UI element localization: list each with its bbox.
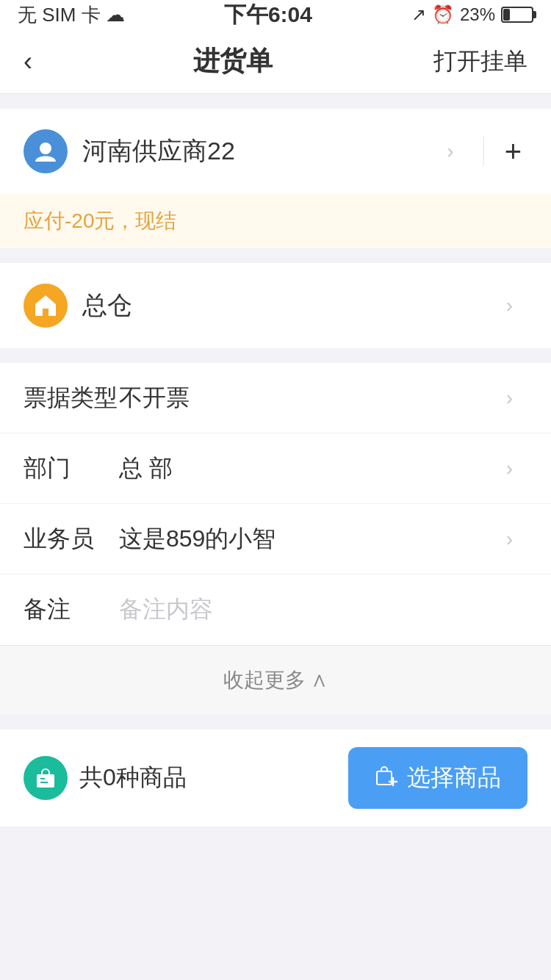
svg-point-0 — [40, 143, 51, 154]
warehouse-chevron-icon: › — [506, 294, 513, 317]
sim-label: 无 SIM 卡 ☁ — [18, 2, 125, 28]
supplier-avatar — [24, 129, 68, 173]
add-supplier-button[interactable]: + — [499, 135, 527, 168]
supplier-row[interactable]: 河南供应商22 › + — [0, 109, 551, 194]
status-right: ↗ ⏰ 23% — [411, 4, 533, 25]
product-count-text: 共0种商品 — [79, 762, 187, 794]
product-count-icon — [24, 756, 68, 800]
remark-row[interactable]: 备注 备注内容 — [0, 574, 551, 645]
select-goods-icon — [375, 766, 398, 790]
department-row[interactable]: 部门 总 部 › — [0, 433, 551, 504]
warehouse-section[interactable]: 总仓 › — [0, 263, 551, 348]
location-icon: ↗ — [411, 4, 426, 25]
svg-rect-1 — [37, 774, 54, 788]
invoice-type-value: 不开票 — [119, 382, 506, 414]
department-value: 总 部 — [119, 453, 506, 485]
shopping-bag-icon — [33, 765, 58, 790]
alarm-icon: ⏰ — [432, 4, 454, 25]
select-goods-button[interactable]: 选择商品 — [348, 747, 527, 809]
salesperson-row[interactable]: 业务员 这是859的小智 › — [0, 504, 551, 574]
invoice-type-row[interactable]: 票据类型 不开票 › — [0, 363, 551, 433]
salesperson-label: 业务员 — [24, 523, 119, 555]
status-time: 下午6:04 — [224, 0, 312, 30]
status-bar: 无 SIM 卡 ☁ 下午6:04 ↗ ⏰ 23% — [0, 0, 551, 29]
supplier-chevron-icon: › — [447, 140, 453, 163]
back-button[interactable]: ‹ — [24, 46, 32, 77]
warehouse-row[interactable]: 总仓 › — [0, 263, 551, 348]
warehouse-name: 总仓 — [82, 289, 506, 323]
status-left: 无 SIM 卡 ☁ — [18, 2, 125, 28]
salesperson-chevron-icon: › — [506, 527, 513, 551]
svg-rect-2 — [377, 771, 392, 785]
bottom-bar: 共0种商品 选择商品 — [0, 729, 551, 826]
salesperson-value: 这是859的小智 — [119, 523, 506, 555]
warehouse-icon — [24, 284, 68, 328]
page-title: 进货单 — [193, 43, 273, 79]
remark-input[interactable]: 备注内容 — [119, 594, 527, 626]
department-label: 部门 — [24, 453, 119, 485]
nav-bar: ‹ 进货单 打开挂单 — [0, 29, 551, 94]
notice-banner: 应付-20元，现结 — [0, 194, 551, 248]
collapse-toggle-button[interactable]: 收起更多 ∧ — [0, 645, 551, 715]
product-count-wrap: 共0种商品 — [24, 756, 187, 800]
form-section: 票据类型 不开票 › 部门 总 部 › 业务员 这是859的小智 › 备注 备注… — [0, 363, 551, 645]
select-goods-label: 选择商品 — [407, 762, 501, 794]
house-icon — [32, 292, 59, 319]
department-chevron-icon: › — [506, 457, 513, 480]
invoice-type-label: 票据类型 — [24, 382, 119, 414]
battery-icon — [501, 7, 533, 23]
supplier-section: 河南供应商22 › + 应付-20元，现结 — [0, 109, 551, 248]
battery-percent: 23% — [460, 4, 495, 25]
divider — [483, 137, 484, 166]
supplier-name: 河南供应商22 — [82, 134, 447, 168]
open-pending-button[interactable]: 打开挂单 — [433, 46, 527, 78]
remark-label: 备注 — [24, 594, 119, 626]
user-icon — [32, 138, 59, 165]
invoice-type-chevron-icon: › — [506, 386, 513, 410]
page-background — [0, 826, 551, 980]
